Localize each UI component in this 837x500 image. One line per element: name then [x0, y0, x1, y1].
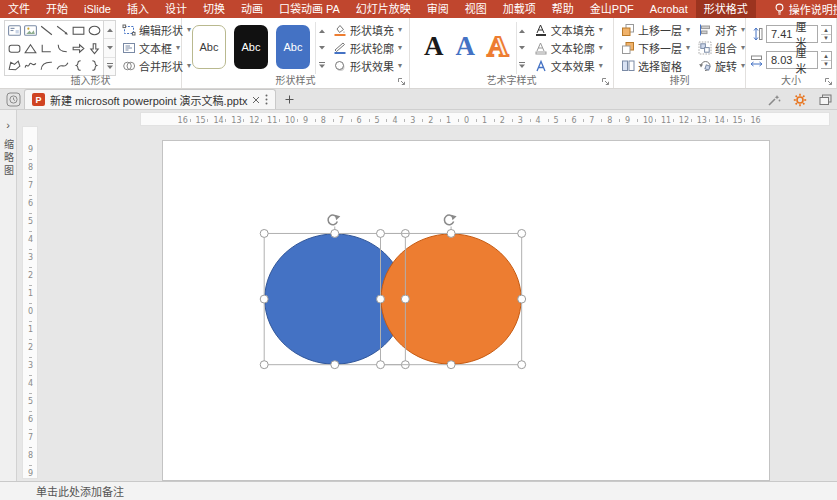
window-restore-icon[interactable] [819, 94, 832, 106]
shape-style-preset-2[interactable]: Abc [234, 25, 268, 69]
shape-style-preset-1[interactable]: Abc [192, 25, 226, 69]
shape-style-preset-3[interactable]: Abc [276, 25, 310, 69]
orange-selection-handle[interactable] [447, 229, 455, 237]
dropdown-caret-icon: ▾ [176, 43, 180, 52]
group-label: 插入形状 [0, 72, 181, 87]
menu-tab-insert[interactable]: 插入 [119, 0, 157, 18]
height-spin-down-button[interactable]: ▼ [821, 34, 831, 43]
expand-chevron-icon[interactable]: › [6, 120, 10, 131]
shape-height-field[interactable]: 7.41 厘米 [766, 25, 818, 43]
slide-image-icon[interactable] [23, 24, 38, 37]
group-objects-icon [698, 41, 712, 55]
wordart-preset-2[interactable]: A [456, 33, 476, 60]
magic-wand-icon[interactable] [767, 93, 781, 107]
width-spin-up-button[interactable]: ▲ [821, 52, 831, 60]
v-ruler-number: 1 [28, 325, 33, 334]
slide-canvas[interactable] [162, 140, 770, 481]
menu-tab-islide[interactable]: iSlide [76, 0, 119, 18]
text-outline-button[interactable]: 文本轮廓 ▾ [531, 39, 606, 56]
left-brace-icon[interactable] [71, 59, 86, 72]
menu-tab-review[interactable]: 审阅 [419, 0, 457, 18]
wordart-scroll-down-button[interactable] [517, 39, 528, 56]
session-history-button[interactable] [3, 90, 23, 108]
shape-fill-button[interactable]: 形状填充 ▾ [330, 21, 405, 38]
blue-selection-handle[interactable] [260, 361, 268, 369]
wordart-preset-1[interactable]: A [424, 33, 444, 60]
oval-icon[interactable] [87, 24, 102, 37]
menu-tab-transitions[interactable]: 切换 [195, 0, 233, 18]
slide-layout-icon[interactable] [7, 24, 22, 37]
align-button[interactable]: 对齐 ▾ [695, 21, 748, 38]
shape-outline-button[interactable]: 形状轮廓 ▾ [330, 39, 405, 56]
h-ruler-number: 1 [446, 116, 451, 125]
blue-rotate-handle[interactable] [328, 215, 340, 225]
size-dialog-launcher[interactable] [824, 76, 834, 86]
scribble-icon[interactable] [23, 59, 38, 72]
width-spin-down-button[interactable]: ▼ [821, 60, 831, 69]
arc-icon[interactable] [39, 59, 54, 72]
send-backward-button[interactable]: 下移一层 ▾ [618, 39, 693, 56]
rectangle-icon[interactable] [71, 24, 86, 37]
orange-selection-handle[interactable] [377, 229, 385, 237]
h-ruler-number: 5 [375, 116, 380, 125]
menu-tab-help[interactable]: 帮助 [544, 0, 582, 18]
menu-tab-shape-format[interactable]: 形状格式 [696, 0, 756, 18]
thumbnail-panel-collapsed[interactable]: › 缩略图 [0, 110, 17, 481]
right-arrow-icon[interactable] [71, 42, 86, 55]
text-fill-button[interactable]: 文本填充 ▾ [531, 21, 606, 38]
gallery-scroll-down-button[interactable] [104, 38, 115, 56]
new-tab-button[interactable] [280, 90, 298, 108]
notes-pane[interactable]: 单击此处添加备注 [0, 481, 837, 500]
blue-selection-handle[interactable] [331, 229, 339, 237]
blue-selection-handle[interactable] [401, 295, 409, 303]
orange-rotate-handle[interactable] [444, 215, 456, 225]
shape-styles-dialog-launcher[interactable] [397, 76, 407, 86]
wordart-preset-3[interactable]: A [487, 31, 509, 61]
rounded-rectangle-icon[interactable] [7, 42, 22, 55]
curved-connector-icon[interactable] [55, 42, 70, 55]
menu-tab-animations[interactable]: 动画 [233, 0, 271, 18]
menu-tab-file[interactable]: 文件 [0, 0, 38, 18]
menu-tab-slideshow[interactable]: 幻灯片放映 [348, 0, 419, 18]
line-icon[interactable] [39, 24, 54, 37]
shape-styles-group: Abc Abc Abc 形状填充 ▾ 形状轮廓 ▾ 形状效果 ▾ [182, 18, 410, 88]
menu-tab-view[interactable]: 视图 [457, 0, 495, 18]
menu-tab-kingsoft-pdf[interactable]: 金山PDF [582, 0, 642, 18]
orange-selection-handle[interactable] [447, 361, 455, 369]
menu-tab-addins[interactable]: 加载项 [495, 0, 544, 18]
orange-selection-handle[interactable] [518, 361, 526, 369]
thumbnail-panel-label: 缩略图 [1, 139, 16, 178]
orange-selection-handle[interactable] [518, 229, 526, 237]
bring-forward-button[interactable]: 上移一层 ▾ [618, 21, 693, 38]
menu-tab-acrobat[interactable]: Acrobat [642, 0, 696, 18]
tell-me-search[interactable]: 操作说明搜索 [766, 0, 837, 18]
tab-menu-icon[interactable] [265, 94, 268, 105]
blue-selection-handle[interactable] [260, 295, 268, 303]
orange-selection-handle[interactable] [518, 295, 526, 303]
wordart-scroll-up-button[interactable] [517, 22, 528, 39]
wordart-dialog-launcher[interactable] [601, 76, 611, 86]
settings-gear-icon[interactable] [793, 93, 807, 107]
elbow-connector-icon[interactable] [39, 42, 54, 55]
down-arrow-icon[interactable] [87, 42, 102, 55]
arrow-line-icon[interactable] [55, 24, 70, 37]
styles-scroll-down-button[interactable] [316, 39, 327, 56]
triangle-icon[interactable] [23, 42, 38, 55]
orange-selection-handle[interactable] [377, 361, 385, 369]
styles-scroll-up-button[interactable] [316, 22, 327, 39]
menu-tab-home[interactable]: 开始 [38, 0, 76, 18]
right-brace-icon[interactable] [87, 59, 102, 72]
freeform-icon[interactable] [7, 59, 22, 72]
blue-selection-handle[interactable] [331, 361, 339, 369]
curve-icon[interactable] [55, 59, 70, 72]
close-tab-icon[interactable] [252, 96, 260, 104]
orange-selection-handle[interactable] [377, 295, 385, 303]
menu-tab-pocket-animation[interactable]: 口袋动画 PA [271, 0, 348, 18]
document-tab[interactable]: 新建 microsoft powerpoint 演示文稿.pptx [24, 89, 276, 109]
group-button[interactable]: 组合 ▾ [695, 39, 748, 56]
shape-width-field[interactable]: 8.03 厘米 [766, 51, 818, 69]
gallery-scroll-up-button[interactable] [104, 21, 115, 38]
menu-tab-design[interactable]: 设计 [157, 0, 195, 18]
blue-selection-handle[interactable] [260, 229, 268, 237]
height-spin-up-button[interactable]: ▲ [821, 26, 831, 34]
